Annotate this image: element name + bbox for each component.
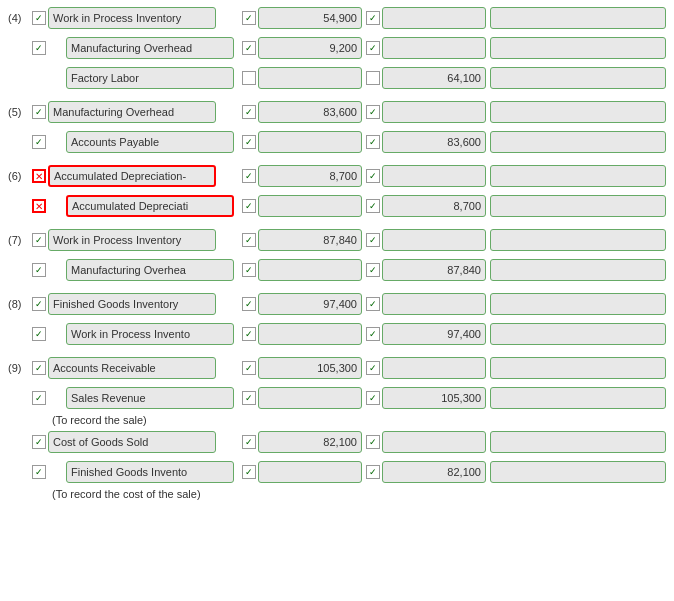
left-check[interactable] — [30, 105, 48, 119]
left-check[interactable] — [30, 233, 48, 247]
debit-amount[interactable]: 97,400 — [258, 293, 362, 315]
left-check[interactable] — [30, 327, 48, 341]
debit-check[interactable] — [242, 135, 256, 149]
left-check[interactable] — [30, 297, 48, 311]
left-check[interactable] — [30, 41, 48, 55]
check-icon — [32, 435, 46, 449]
debit-amount[interactable]: 83,600 — [258, 101, 362, 123]
left-check[interactable] — [30, 391, 48, 405]
credit-amount[interactable]: 82,100 — [382, 461, 486, 483]
entry-label-area: Manufacturing Overhea — [8, 259, 238, 281]
credit-check[interactable] — [366, 199, 380, 213]
credit-amount[interactable]: 87,840 — [382, 259, 486, 281]
left-check-4-1[interactable] — [30, 11, 48, 25]
debit-amount[interactable]: 9,200 — [258, 37, 362, 59]
credit-amount[interactable]: 8,700 — [382, 195, 486, 217]
account-field[interactable]: Work in Process Invento — [66, 323, 234, 345]
credit-check[interactable] — [366, 41, 380, 55]
debit-check[interactable] — [242, 11, 256, 25]
entry-row: (8) Finished Goods Inventory 97,400 — [8, 290, 666, 318]
debit-check[interactable] — [242, 263, 256, 277]
account-field[interactable]: Cost of Goods Sold — [48, 431, 216, 453]
account-field[interactable]: Accounts Receivable — [48, 357, 216, 379]
credit-check[interactable] — [366, 435, 380, 449]
debit-check[interactable] — [242, 327, 256, 341]
credit-amount[interactable] — [382, 293, 486, 315]
debit-amount[interactable]: 87,840 — [258, 229, 362, 251]
debit-amount[interactable] — [258, 195, 362, 217]
entry-row: (9) Accounts Receivable 105,300 — [8, 354, 666, 382]
debit-check[interactable] — [242, 297, 256, 311]
debit-check[interactable] — [242, 105, 256, 119]
debit-check[interactable] — [242, 391, 256, 405]
debit-check[interactable] — [242, 465, 256, 479]
debit-area: 8,700 — [242, 165, 362, 187]
account-field[interactable]: Finished Goods Invento — [66, 461, 234, 483]
credit-check[interactable] — [366, 263, 380, 277]
check-icon — [32, 233, 46, 247]
debit-check[interactable] — [242, 233, 256, 247]
credit-check[interactable] — [366, 11, 380, 25]
credit-amount[interactable] — [382, 101, 486, 123]
left-check[interactable] — [30, 435, 48, 449]
account-field[interactable]: Work in Process Inventory — [48, 7, 216, 29]
debit-amount[interactable]: 54,900 — [258, 7, 362, 29]
debit-check[interactable] — [242, 169, 256, 183]
account-field[interactable]: Manufacturing Overhead — [66, 37, 234, 59]
left-check[interactable] — [30, 465, 48, 479]
account-field-error[interactable]: Accumulated Depreciation- — [48, 165, 216, 187]
entry-label-area: Factory Labor — [8, 67, 238, 89]
left-check-error[interactable] — [30, 199, 48, 213]
credit-amount[interactable]: 97,400 — [382, 323, 486, 345]
credit-amount[interactable] — [382, 165, 486, 187]
account-field[interactable]: Factory Labor — [66, 67, 234, 89]
credit-check[interactable] — [366, 233, 380, 247]
left-check[interactable] — [30, 135, 48, 149]
credit-amount[interactable]: 83,600 — [382, 131, 486, 153]
credit-check[interactable] — [366, 169, 380, 183]
right-field — [490, 323, 666, 345]
account-field-error[interactable]: Accumulated Depreciati — [66, 195, 234, 217]
credit-check[interactable] — [366, 135, 380, 149]
account-field[interactable]: Finished Goods Inventory — [48, 293, 216, 315]
account-field[interactable]: Work in Process Inventory — [48, 229, 216, 251]
credit-check[interactable] — [366, 391, 380, 405]
debit-amount[interactable]: 105,300 — [258, 357, 362, 379]
credit-check[interactable] — [366, 465, 380, 479]
left-check[interactable] — [30, 263, 48, 277]
debit-amount[interactable] — [258, 259, 362, 281]
account-field[interactable]: Accounts Payable — [66, 131, 234, 153]
credit-check[interactable] — [366, 297, 380, 311]
credit-amount[interactable] — [382, 357, 486, 379]
debit-amount[interactable]: 8,700 — [258, 165, 362, 187]
credit-amount[interactable] — [382, 229, 486, 251]
debit-check[interactable] — [242, 41, 256, 55]
debit-amount[interactable] — [258, 131, 362, 153]
entry-row: Finished Goods Invento 82,100 — [8, 458, 666, 486]
account-field[interactable]: Manufacturing Overhea — [66, 259, 234, 281]
debit-check[interactable] — [242, 71, 256, 85]
left-check[interactable] — [30, 361, 48, 375]
debit-amount[interactable] — [258, 461, 362, 483]
debit-amount[interactable]: 82,100 — [258, 431, 362, 453]
credit-check[interactable] — [366, 361, 380, 375]
credit-check[interactable] — [366, 71, 380, 85]
left-check-error[interactable] — [30, 169, 48, 183]
credit-amount[interactable]: 64,100 — [382, 67, 486, 89]
debit-amount[interactable] — [258, 387, 362, 409]
debit-check[interactable] — [242, 435, 256, 449]
account-field[interactable]: Sales Revenue — [66, 387, 234, 409]
credit-amount[interactable] — [382, 37, 486, 59]
account-field[interactable]: Manufacturing Overhead — [48, 101, 216, 123]
credit-amount[interactable]: 105,300 — [382, 387, 486, 409]
credit-amount[interactable] — [382, 431, 486, 453]
debit-amount[interactable] — [258, 323, 362, 345]
debit-check[interactable] — [242, 361, 256, 375]
debit-amount[interactable] — [258, 67, 362, 89]
credit-amount[interactable] — [382, 7, 486, 29]
credit-check[interactable] — [366, 105, 380, 119]
entry-row: Sales Revenue 105,300 — [8, 384, 666, 412]
debit-check[interactable] — [242, 199, 256, 213]
credit-check[interactable] — [366, 327, 380, 341]
entry-row: (6) Accumulated Depreciation- 8,700 — [8, 162, 666, 190]
